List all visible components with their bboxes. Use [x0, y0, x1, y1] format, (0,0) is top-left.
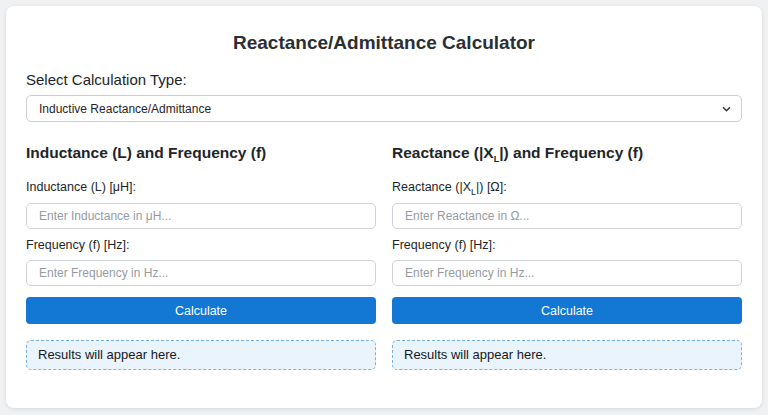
label-text: Reactance (|X — [392, 180, 471, 194]
heading-text: Inductance (L) and Frequency (f) — [26, 144, 266, 161]
calculate-button[interactable]: Calculate — [392, 297, 742, 324]
inductance-input[interactable] — [26, 203, 376, 229]
page-title: Reactance/Admittance Calculator — [26, 32, 742, 54]
reactance-label: Reactance (|XL|) [Ω]: — [392, 180, 742, 197]
reactance-input[interactable] — [392, 203, 742, 229]
label-text: Frequency (f) [Hz]: — [392, 238, 496, 252]
calc-type-select-wrap: Inductive Reactance/Admittance — [26, 95, 742, 122]
column-inductance: Inductance (L) and Frequency (f) Inducta… — [26, 144, 376, 370]
calculate-button[interactable]: Calculate — [26, 297, 376, 324]
result-box: Results will appear here. — [392, 340, 742, 370]
calc-type-label: Select Calculation Type: — [26, 71, 742, 88]
calculator-card: Reactance/Admittance Calculator Select C… — [6, 6, 762, 408]
label-text: Frequency (f) [Hz]: — [26, 238, 130, 252]
column-reactance: Reactance (|XL|) and Frequency (f) React… — [392, 144, 742, 370]
frequency-input[interactable] — [392, 260, 742, 286]
result-box: Results will appear here. — [26, 340, 376, 370]
frequency-label: Frequency (f) [Hz]: — [26, 238, 376, 255]
column-heading: Reactance (|XL|) and Frequency (f) — [392, 144, 742, 164]
label-text: Inductance (L) [μH]: — [26, 180, 136, 194]
frequency-input[interactable] — [26, 260, 376, 286]
label-text: |) [Ω]: — [476, 180, 507, 194]
calc-type-select[interactable]: Inductive Reactance/Admittance — [26, 95, 742, 122]
calculator-columns: Inductance (L) and Frequency (f) Inducta… — [26, 144, 742, 370]
inductance-label: Inductance (L) [μH]: — [26, 180, 376, 197]
heading-text: Reactance (|X — [392, 144, 494, 161]
frequency-label: Frequency (f) [Hz]: — [392, 238, 742, 255]
column-heading: Inductance (L) and Frequency (f) — [26, 144, 376, 164]
heading-text: |) and Frequency (f) — [499, 144, 643, 161]
